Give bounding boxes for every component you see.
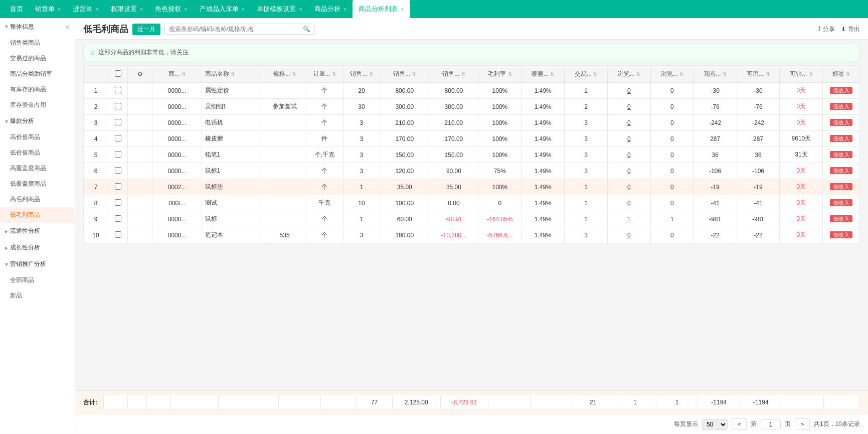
- cell-check[interactable]: [108, 147, 128, 163]
- row-checkbox[interactable]: [115, 103, 121, 109]
- col-header-browse1[interactable]: 浏览... ⇅: [608, 66, 651, 83]
- col-header-sales-profit[interactable]: 销售... ⇅: [429, 66, 478, 83]
- close-analysis-list-icon[interactable]: ×: [401, 6, 404, 12]
- cell-check[interactable]: [108, 131, 128, 147]
- sidebar-item-category-rate[interactable]: 商品分类助销率: [0, 66, 75, 82]
- cell-check[interactable]: [108, 227, 128, 243]
- sidebar-item-in-stock[interactable]: 有库存的商品: [0, 82, 75, 97]
- cell-check[interactable]: [108, 83, 128, 99]
- row-checkbox[interactable]: [115, 231, 121, 238]
- page-size-select[interactable]: 50 100 200: [702, 419, 728, 430]
- sidebar-item-low-margin[interactable]: 低毛利商品: [0, 207, 75, 223]
- close-permission-icon[interactable]: ×: [140, 6, 143, 12]
- collapse-sidebar-icon[interactable]: «: [65, 22, 70, 31]
- nav-template-settings[interactable]: 单据模板设置 ×: [251, 0, 308, 18]
- cell-check[interactable]: [108, 211, 128, 227]
- sidebar-item-new-products[interactable]: 新品: [0, 288, 75, 304]
- close-sales-order-icon[interactable]: ×: [58, 6, 61, 12]
- search-input[interactable]: [169, 26, 301, 33]
- col-header-check[interactable]: [108, 66, 128, 83]
- select-all-checkbox[interactable]: [115, 70, 121, 77]
- sidebar-item-high-coverage[interactable]: 高覆盖度商品: [0, 161, 75, 176]
- notice-bar: ☆ 这部分商品的利润非常低，请关注: [83, 44, 860, 61]
- col-header-browse2[interactable]: 浏览... ⇅: [650, 66, 693, 83]
- cell-browse1[interactable]: 0: [608, 163, 651, 179]
- nav-permission-settings[interactable]: 权限设置 ×: [105, 0, 149, 18]
- nav-product-analysis[interactable]: 商品分析 ×: [308, 0, 353, 18]
- cell-check[interactable]: [108, 195, 128, 211]
- sidebar-item-low-value[interactable]: 低价值商品: [0, 145, 75, 161]
- page-number-input[interactable]: [761, 419, 781, 429]
- col-header-sellable[interactable]: 可销... ⇅: [780, 66, 823, 83]
- export-icon: ⬇: [841, 26, 846, 33]
- cell-browse1[interactable]: 0: [608, 115, 651, 131]
- sidebar-group-overview-title[interactable]: ▾ 整体信息 «: [0, 18, 75, 35]
- cell-sales-amt: 170.00: [380, 131, 429, 147]
- col-header-tag[interactable]: 标签 ⇅: [823, 66, 860, 83]
- sidebar-item-high-margin[interactable]: 高毛利商品: [0, 192, 75, 207]
- cell-sales-qty: 1: [343, 211, 380, 227]
- nav-purchase-order[interactable]: 进货单 ×: [67, 0, 104, 18]
- nav-home[interactable]: 首页: [4, 0, 29, 18]
- row-checkbox[interactable]: [115, 199, 121, 206]
- cell-browse1[interactable]: 0: [608, 179, 651, 195]
- col-header-unit[interactable]: 计量... ⇅: [306, 66, 343, 83]
- col-header-gross-rate[interactable]: 毛利率 ⇅: [478, 66, 522, 83]
- row-checkbox[interactable]: [115, 135, 121, 141]
- sidebar-group-hot-title[interactable]: ▾ 爆款分析: [0, 113, 75, 129]
- filter-recent-month-button[interactable]: 近一月: [132, 24, 160, 35]
- nav-role-auth[interactable]: 角色授权 ×: [149, 0, 193, 18]
- sidebar-group-marketing-title[interactable]: ▾ 营销推广分析: [0, 256, 75, 272]
- col-header-current[interactable]: 现有... ⇅: [693, 66, 737, 83]
- col-header-settings[interactable]: ⚙: [128, 66, 152, 83]
- row-checkbox[interactable]: [115, 151, 121, 158]
- row-checkbox[interactable]: [115, 87, 121, 93]
- row-checkbox[interactable]: [115, 215, 121, 222]
- col-header-sales-amt[interactable]: 销售... ⇅: [380, 66, 429, 83]
- sidebar-item-all-products[interactable]: 全部商品: [0, 272, 75, 288]
- sidebar-item-sales-products[interactable]: 销售类商品: [0, 35, 75, 51]
- row-checkbox[interactable]: [115, 183, 121, 190]
- cell-browse1[interactable]: 0: [608, 195, 651, 211]
- col-header-sales-qty[interactable]: 销售... ⇅: [343, 66, 380, 83]
- cell-check[interactable]: [108, 163, 128, 179]
- cell-check[interactable]: [108, 115, 128, 131]
- col-header-name[interactable]: 商品名称 ⇅: [202, 66, 263, 83]
- close-purchase-order-icon[interactable]: ×: [95, 6, 98, 12]
- close-product-analysis-icon[interactable]: ×: [343, 6, 346, 12]
- sidebar-group-growth-title[interactable]: ▸ 成长性分析: [0, 239, 75, 256]
- cell-spec: 535: [263, 227, 306, 243]
- sidebar-item-high-value[interactable]: 高价值商品: [0, 129, 75, 145]
- col-header-transaction[interactable]: 交易... ⇅: [565, 66, 608, 83]
- cell-browse1[interactable]: 0: [608, 131, 651, 147]
- nav-product-entry[interactable]: 产成品入库单 ×: [194, 0, 251, 18]
- nav-sales-order[interactable]: 销货单 ×: [29, 0, 67, 18]
- col-header-coverage[interactable]: 覆盖... ⇅: [522, 66, 565, 83]
- row-checkbox[interactable]: [115, 167, 121, 174]
- share-button[interactable]: ⤴ 分享: [818, 25, 835, 34]
- col-header-spec[interactable]: 规格... ⇅: [263, 66, 306, 83]
- cell-browse1[interactable]: 0: [608, 147, 651, 163]
- cell-browse1[interactable]: 0: [608, 227, 651, 243]
- sidebar-item-stock-capital[interactable]: 库存资金占用: [0, 97, 75, 113]
- close-role-auth-icon[interactable]: ×: [184, 6, 187, 12]
- export-button[interactable]: ⬇ 导出: [841, 25, 860, 34]
- col-header-code[interactable]: 商... ⇅: [152, 66, 202, 83]
- sidebar-item-traded-products[interactable]: 交易过的商品: [0, 51, 75, 66]
- cell-check[interactable]: [108, 99, 128, 115]
- sidebar-group-marketing: ▾ 营销推广分析 全部商品 新品: [0, 256, 75, 304]
- cell-check[interactable]: [108, 179, 128, 195]
- close-product-entry-icon[interactable]: ×: [242, 6, 245, 12]
- close-template-icon[interactable]: ×: [299, 6, 302, 12]
- cell-browse1[interactable]: 0: [608, 83, 651, 99]
- sidebar-item-low-coverage[interactable]: 低覆盖度商品: [0, 176, 75, 192]
- next-page-button[interactable]: ＞: [795, 418, 810, 430]
- col-header-available[interactable]: 可用... ⇅: [737, 66, 780, 83]
- sidebar-group-circulation-title[interactable]: ▸ 流通性分析: [0, 223, 75, 239]
- prev-page-button[interactable]: ＜: [732, 418, 747, 430]
- nav-product-analysis-list[interactable]: 商品分析列表 ×: [353, 0, 410, 18]
- row-checkbox[interactable]: [115, 119, 121, 125]
- cell-browse1[interactable]: 1: [608, 211, 651, 227]
- cell-settings: [128, 131, 152, 147]
- cell-browse1[interactable]: 0: [608, 99, 651, 115]
